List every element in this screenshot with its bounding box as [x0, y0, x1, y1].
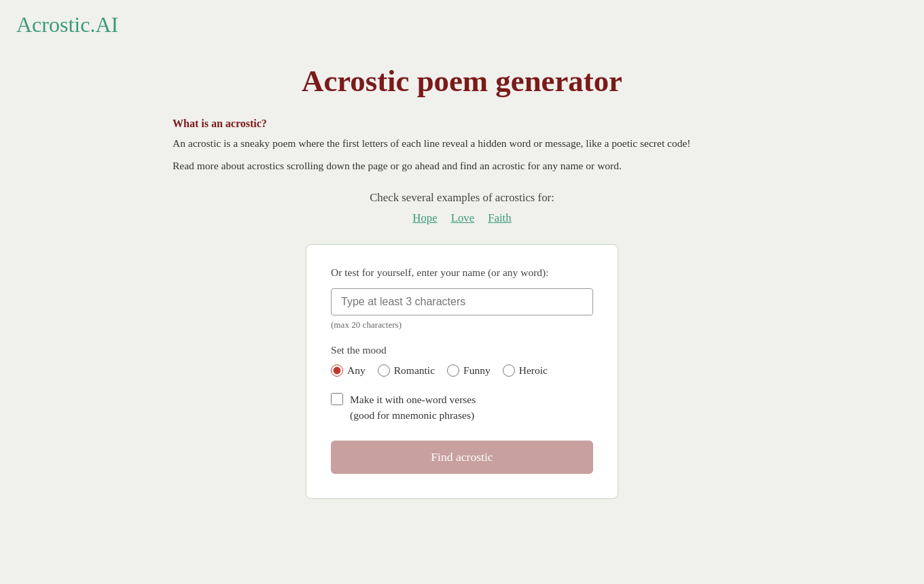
- what-is-description1: An acrostic is a sneaky poem where the f…: [173, 135, 751, 152]
- mood-option-any[interactable]: Any: [331, 364, 366, 377]
- mood-option-heroic[interactable]: Heroic: [503, 364, 548, 377]
- examples-links: Hope Love Faith: [173, 211, 751, 225]
- mood-option-funny[interactable]: Funny: [447, 364, 491, 377]
- page-title: Acrostic poem generator: [173, 63, 751, 99]
- site-title[interactable]: Acrostic.AI: [16, 12, 118, 37]
- one-word-verses-checkbox[interactable]: [331, 393, 343, 405]
- example-link-love[interactable]: Love: [451, 211, 474, 225]
- example-link-faith[interactable]: Faith: [488, 211, 512, 225]
- mood-label-any: Any: [347, 364, 366, 377]
- examples-label: Check several examples of acrostics for:: [173, 191, 751, 205]
- checkbox-line1: Make it with one-word verses: [350, 394, 476, 405]
- mood-options-group: Any Romantic Funny Heroic: [331, 364, 593, 377]
- mood-label-romantic: Romantic: [394, 364, 435, 377]
- mood-radio-funny[interactable]: [447, 364, 459, 377]
- site-header: Acrostic.AI: [0, 0, 924, 50]
- mood-label-heroic: Heroic: [519, 364, 548, 377]
- mood-radio-heroic[interactable]: [503, 364, 515, 377]
- one-word-verses-option: Make it with one-word verses (good for m…: [331, 392, 593, 424]
- what-is-heading: What is an acrostic?: [173, 118, 751, 130]
- mood-radio-romantic[interactable]: [378, 364, 390, 377]
- example-link-hope[interactable]: Hope: [412, 211, 437, 225]
- find-acrostic-button[interactable]: Find acrostic: [331, 441, 593, 474]
- mood-radio-any[interactable]: [331, 364, 343, 377]
- form-card: Or test for yourself, enter your name (o…: [306, 244, 618, 500]
- max-chars-note: (max 20 characters): [331, 320, 593, 330]
- main-content: Acrostic poem generator What is an acros…: [156, 50, 768, 513]
- what-is-section: What is an acrostic? An acrostic is a sn…: [173, 118, 751, 175]
- mood-label-funny: Funny: [463, 364, 491, 377]
- mood-label: Set the mood: [331, 344, 593, 356]
- checkbox-line2: (good for mnemonic phrases): [350, 409, 474, 421]
- examples-section: Check several examples of acrostics for:…: [173, 191, 751, 225]
- form-intro: Or test for yourself, enter your name (o…: [331, 267, 593, 279]
- one-word-verses-label: Make it with one-word verses (good for m…: [350, 392, 476, 424]
- mood-option-romantic[interactable]: Romantic: [378, 364, 435, 377]
- name-input[interactable]: [331, 288, 593, 315]
- what-is-description2: Read more about acrostics scrolling down…: [173, 158, 751, 175]
